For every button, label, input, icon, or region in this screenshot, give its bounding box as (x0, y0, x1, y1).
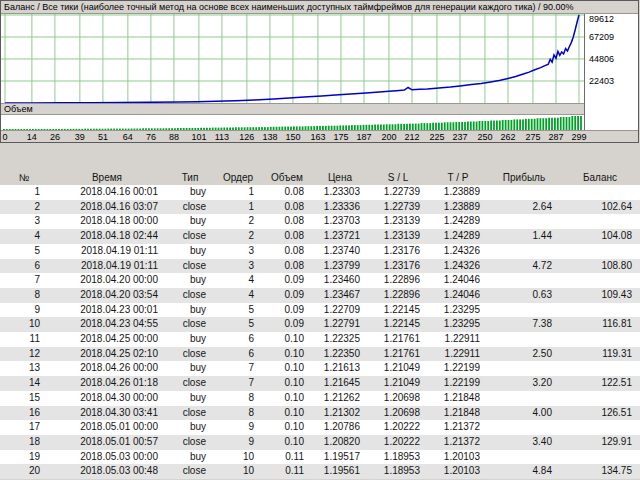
table-cell: 11 (0, 332, 48, 347)
table-row[interactable]: 42018.04.18 02:44close20.081.237211.2313… (0, 229, 640, 244)
y-axis-gutter: 22403448066720989612 (584, 14, 638, 130)
table-cell: 18 (0, 435, 48, 450)
table-cell: 1.24289 (428, 214, 488, 229)
table-cell: 7 (214, 361, 262, 376)
table-cell: 116.81 (560, 317, 640, 332)
table-cell: 0.08 (262, 200, 312, 215)
table-cell: 0.11 (262, 464, 312, 479)
table-cell: 1.23799 (312, 259, 368, 274)
table-cell: close (166, 259, 214, 274)
table-row[interactable]: 112018.04.25 00:00buy60.101.223251.21761… (0, 332, 640, 347)
table-row[interactable]: 192018.05.03 00:00buy100.111.195171.1895… (0, 450, 640, 465)
column-header[interactable]: № (0, 170, 48, 185)
table-row[interactable]: 72018.04.20 00:00buy40.091.234601.228961… (0, 273, 640, 288)
table-cell: 2018.04.18 02:44 (48, 229, 166, 244)
table-cell: 2 (214, 214, 262, 229)
table-cell: close (166, 317, 214, 332)
table-cell: 109.43 (560, 288, 640, 303)
table-cell: buy (166, 185, 214, 200)
table-cell: 4 (214, 273, 262, 288)
table-cell: 1.18953 (368, 464, 428, 479)
table-cell: 1.23467 (312, 288, 368, 303)
table-cell: 1 (214, 185, 262, 200)
table-cell: 8 (0, 288, 48, 303)
table-cell: 1.23740 (312, 244, 368, 259)
table-cell: 3 (214, 244, 262, 259)
column-header[interactable]: S / L (368, 170, 428, 185)
table-cell: 102.64 (560, 200, 640, 215)
table-row[interactable]: 12018.04.16 00:01buy10.081.233031.227391… (0, 185, 640, 200)
table-cell: 1.23721 (312, 229, 368, 244)
table-cell: 13 (0, 361, 48, 376)
table-cell: 0.10 (262, 435, 312, 450)
x-axis-label: 0 (0, 132, 15, 142)
trades-tbody: 12018.04.16 00:01buy10.081.233031.227391… (0, 185, 640, 479)
column-header[interactable]: Объем (262, 170, 312, 185)
column-header[interactable]: Баланс (560, 170, 640, 185)
table-cell: 1.23336 (312, 200, 368, 215)
volume-chart-svg (1, 115, 584, 130)
table-cell: 8 (214, 406, 262, 421)
column-header[interactable]: Прибыль (488, 170, 560, 185)
table-cell: 10 (214, 464, 262, 479)
balance-chart-block: Баланс / Все тики (наиболее точный метод… (0, 0, 639, 143)
table-cell: 1.18953 (368, 450, 428, 465)
table-cell (488, 420, 560, 435)
table-cell: 10 (214, 450, 262, 465)
x-axis-label: 225 (427, 132, 447, 142)
table-cell: close (166, 464, 214, 479)
table-cell: 1.22896 (368, 288, 428, 303)
table-cell: 0.09 (262, 317, 312, 332)
table-cell: 1.24046 (428, 288, 488, 303)
table-cell: 1.21761 (368, 332, 428, 347)
column-header[interactable]: Ордер (214, 170, 262, 185)
table-cell: buy (166, 214, 214, 229)
table-cell: 0.10 (262, 406, 312, 421)
table-cell: 2018.04.20 03:54 (48, 288, 166, 303)
column-header[interactable]: Тип (166, 170, 214, 185)
column-header[interactable]: Время (48, 170, 166, 185)
table-cell: buy (166, 361, 214, 376)
table-row[interactable]: 172018.05.01 00:00buy90.101.207861.20222… (0, 420, 640, 435)
strategy-tester-report: { "header": { "row1": { "prefix": "Макс.… (0, 0, 640, 480)
table-cell: 2018.04.18 00:00 (48, 214, 166, 229)
table-cell: buy (166, 273, 214, 288)
table-row[interactable]: 62018.04.19 01:11close30.081.237991.2317… (0, 259, 640, 274)
table-cell: 108.80 (560, 259, 640, 274)
table-row[interactable]: 182018.05.01 00:57close90.101.208201.202… (0, 435, 640, 450)
table-row[interactable]: 22018.04.16 03:07close10.081.233361.2273… (0, 200, 640, 215)
table-cell: 1.20786 (312, 420, 368, 435)
table-cell: 7 (214, 376, 262, 391)
table-cell: 0.10 (262, 391, 312, 406)
x-axis-label: 299 (569, 132, 589, 142)
table-cell: 2 (0, 200, 48, 215)
column-header[interactable]: T / P (428, 170, 488, 185)
table-row[interactable]: 82018.04.20 03:54close40.091.234671.2289… (0, 288, 640, 303)
table-row[interactable]: 92018.04.23 00:01buy50.091.227091.221451… (0, 303, 640, 318)
table-row[interactable]: 152018.04.30 00:00buy80.101.212621.20698… (0, 391, 640, 406)
table-cell: 2018.04.25 00:00 (48, 332, 166, 347)
x-axis-label: 200 (379, 132, 399, 142)
column-header[interactable]: Цена (312, 170, 368, 185)
table-cell: 1 (214, 200, 262, 215)
table-cell: 1.24326 (428, 244, 488, 259)
table-row[interactable]: 162018.04.30 03:41close80.101.213021.206… (0, 406, 640, 421)
table-cell: 1.20103 (428, 464, 488, 479)
table-cell: 7 (0, 273, 48, 288)
x-axis-label: 187 (354, 132, 374, 142)
table-cell: 1.22739 (368, 185, 428, 200)
table-row[interactable]: 142018.04.26 01:18close70.101.216451.210… (0, 376, 640, 391)
table-row[interactable]: 202018.05.03 00:48close100.111.195611.18… (0, 464, 640, 479)
table-row[interactable]: 32018.04.18 00:00buy20.081.237031.231391… (0, 214, 640, 229)
table-cell: 0.09 (262, 288, 312, 303)
table-cell: buy (166, 450, 214, 465)
table-cell: 1.22911 (428, 347, 488, 362)
table-cell: 0.08 (262, 259, 312, 274)
table-row[interactable]: 52018.04.19 01:11buy30.081.237401.231761… (0, 244, 640, 259)
table-cell: 2018.05.03 00:00 (48, 450, 166, 465)
table-cell: 1.20222 (368, 435, 428, 450)
table-row[interactable]: 122018.04.25 02:10close60.101.223501.217… (0, 347, 640, 362)
balance-chart[interactable] (1, 14, 584, 103)
table-row[interactable]: 132018.04.26 00:00buy70.101.216131.21049… (0, 361, 640, 376)
table-row[interactable]: 102018.04.23 04:55close50.091.227911.221… (0, 317, 640, 332)
